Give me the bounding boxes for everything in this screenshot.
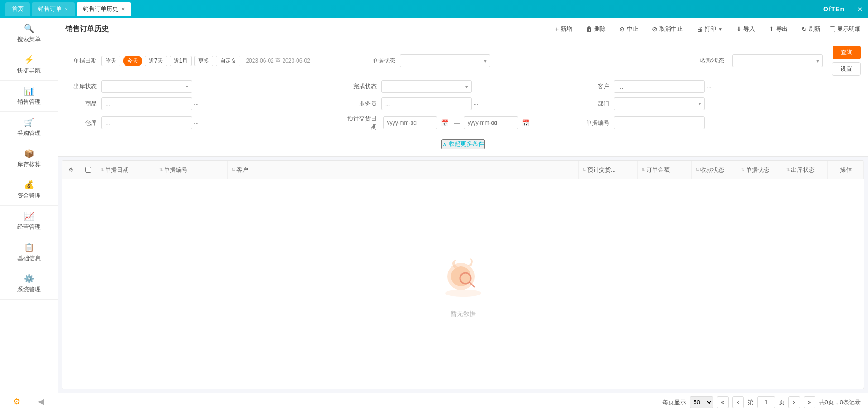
warehouse-label: 仓库 xyxy=(65,119,101,127)
select-all-checkbox[interactable] xyxy=(85,167,91,173)
new-button[interactable]: + 新增 xyxy=(551,23,577,35)
date-custom[interactable]: 自定义 xyxy=(216,56,240,66)
next-page-button[interactable]: › xyxy=(788,396,800,408)
th-customer[interactable]: ⇅ 客户 xyxy=(228,161,579,179)
sidebar-item-basic[interactable]: 📋 基础信息 xyxy=(0,237,58,268)
sort-icon-bill: ⇅ xyxy=(741,167,744,172)
first-page-button[interactable]: « xyxy=(717,396,729,408)
tab-sales-order-close[interactable]: ✕ xyxy=(64,6,68,12)
warehouse-input[interactable] xyxy=(101,116,192,129)
sidebar-item-operation[interactable]: 📈 经营管理 xyxy=(0,206,58,237)
product-more-icon[interactable]: ··· xyxy=(194,101,199,107)
date-today[interactable]: 今天 xyxy=(123,56,142,66)
tab-sales-order[interactable]: 销售订单 ✕ xyxy=(32,2,75,16)
collapse-button[interactable]: ∧ 收起更多条件 xyxy=(441,139,485,149)
warehouse-more-icon[interactable]: ··· xyxy=(194,120,199,126)
th-num[interactable]: ⇅ 单据编号 xyxy=(155,161,228,179)
th-delivery[interactable]: ⇅ 预计交货... xyxy=(579,161,638,179)
display-toggle-checkbox[interactable] xyxy=(830,26,835,32)
date-yesterday[interactable]: 昨天 xyxy=(101,56,120,66)
tab-home[interactable]: 首页 xyxy=(5,2,30,16)
date-7days[interactable]: 近7天 xyxy=(145,56,167,66)
cancel-stop-button[interactable]: ⊘ 取消中止 xyxy=(647,23,687,35)
display-toggle: 显示明细 xyxy=(830,25,861,33)
sidebar-item-search[interactable]: 🔍 搜索菜单 xyxy=(0,18,58,49)
th-payment-label: 收款状态 xyxy=(700,166,724,174)
export-button[interactable]: ⬆ 导出 xyxy=(764,23,792,35)
tab-sales-history[interactable]: 销售订单历史 ✕ xyxy=(77,2,131,16)
set-button[interactable]: 设置 xyxy=(832,62,861,76)
print-icon: 🖨 xyxy=(696,25,703,33)
outbound-select[interactable] xyxy=(101,80,192,93)
page-number-input[interactable] xyxy=(757,396,775,408)
th-checkbox[interactable] xyxy=(80,161,96,179)
customer-more-icon[interactable]: ··· xyxy=(706,83,711,90)
sidebar-quicknav-label: 快捷导航 xyxy=(17,67,41,75)
content-area: 销售订单历史 + 新增 🗑 删除 ⊘ 中止 ⊘ 取消中止 xyxy=(58,18,868,411)
sidebar-item-sales[interactable]: 📊 销售管理 xyxy=(0,81,58,112)
customer-label: 客户 xyxy=(578,82,614,91)
order-num-input[interactable] xyxy=(614,116,705,129)
tab-sales-history-close[interactable]: ✕ xyxy=(121,6,125,12)
salesperson-more-icon[interactable]: ··· xyxy=(474,101,479,107)
collapse-sidebar-icon[interactable]: ◀ xyxy=(38,396,44,406)
import-button[interactable]: ⬇ 导入 xyxy=(732,23,760,35)
bill-status-select[interactable] xyxy=(400,54,490,67)
th-amount[interactable]: ⇅ 订单金额 xyxy=(638,161,692,179)
settings-bottom-icon[interactable]: ⚙ xyxy=(13,396,20,406)
operation-icon: 📈 xyxy=(24,211,34,221)
brand-label: OfTEn xyxy=(823,5,844,13)
complete-select[interactable] xyxy=(381,80,472,93)
th-payment-status[interactable]: ⇅ 收款状态 xyxy=(692,161,737,179)
sidebar-item-inventory[interactable]: 📦 库存核算 xyxy=(0,143,58,174)
sidebar-finance-label: 资金管理 xyxy=(17,192,41,200)
pagination: 每页显示 10 20 50 100 « ‹ 第 页 › » 共0页，0条记录 xyxy=(58,393,868,411)
per-page-label: 每页显示 xyxy=(662,398,686,406)
query-button[interactable]: 查询 xyxy=(833,46,861,59)
outbound-select-wrapper: ▼ xyxy=(101,80,192,93)
th-bill-status[interactable]: ⇅ 单据状态 xyxy=(737,161,782,179)
delivery-end-calendar-icon[interactable]: 📅 xyxy=(522,119,529,126)
delivery-start-input[interactable] xyxy=(383,116,437,129)
last-page-button[interactable]: » xyxy=(804,396,815,408)
delete-button[interactable]: 🗑 删除 xyxy=(581,23,610,35)
filter-area: 单据日期 昨天 今天 近7天 近1月 更多 自定义 2023-06-02 至 2… xyxy=(58,40,868,157)
empty-svg xyxy=(436,250,490,305)
product-input[interactable] xyxy=(101,97,192,110)
sidebar-inventory-label: 库存核算 xyxy=(17,160,41,169)
payment-status-select[interactable] xyxy=(732,54,823,67)
payment-status-select-wrapper: ▼ xyxy=(732,54,823,67)
delivery-end-input[interactable] xyxy=(464,116,518,129)
sidebar-item-purchase[interactable]: 🛒 采购管理 xyxy=(0,112,58,143)
table-header: ⚙ ⇅ 单据日期 ⇅ 单据编号 ⇅ 客户 ⇅ xyxy=(62,161,864,179)
window-minimize[interactable]: — xyxy=(848,6,854,13)
quicknav-icon: ⚡ xyxy=(24,55,34,65)
basic-icon: 📋 xyxy=(24,242,34,252)
prev-page-button[interactable]: ‹ xyxy=(732,396,744,408)
th-outbound-status[interactable]: ⇅ 出库状态 xyxy=(782,161,828,179)
customer-input[interactable] xyxy=(614,80,705,93)
sidebar-item-quicknav[interactable]: ⚡ 快捷导航 xyxy=(0,49,58,81)
sidebar-item-system[interactable]: ⚙️ 系统管理 xyxy=(0,268,58,300)
th-bill-label: 单据状态 xyxy=(746,166,769,174)
page-title: 销售订单历史 xyxy=(65,24,109,34)
main-layout: 🔍 搜索菜单 ⚡ 快捷导航 📊 销售管理 🛒 采购管理 📦 库存核算 💰 资金管… xyxy=(0,18,868,411)
filter-row-4: 仓库 ··· 预计交货日期 📅 — 📅 单据编号 xyxy=(65,115,861,131)
date-1month[interactable]: 近1月 xyxy=(170,56,192,66)
dept-select[interactable] xyxy=(614,97,705,110)
window-close[interactable]: ✕ xyxy=(858,6,863,13)
page-suffix: 页 xyxy=(779,398,785,406)
finance-icon: 💰 xyxy=(24,180,34,190)
th-gear[interactable]: ⚙ xyxy=(62,161,80,179)
sidebar-item-finance[interactable]: 💰 资金管理 xyxy=(0,174,58,206)
table-area: ⚙ ⇅ 单据日期 ⇅ 单据编号 ⇅ 客户 ⇅ xyxy=(62,160,864,389)
date-more[interactable]: 更多 xyxy=(194,56,213,66)
th-date[interactable]: ⇅ 单据日期 xyxy=(96,161,155,179)
salesperson-input[interactable] xyxy=(381,97,472,110)
search-menu-icon: 🔍 xyxy=(24,24,34,34)
stop-button[interactable]: ⊘ 中止 xyxy=(615,23,643,35)
per-page-select[interactable]: 10 20 50 100 xyxy=(690,396,713,408)
refresh-button[interactable]: ↻ 刷新 xyxy=(797,23,825,35)
delivery-start-calendar-icon[interactable]: 📅 xyxy=(441,119,449,126)
print-button[interactable]: 🖨 打印 ▼ xyxy=(692,23,727,35)
